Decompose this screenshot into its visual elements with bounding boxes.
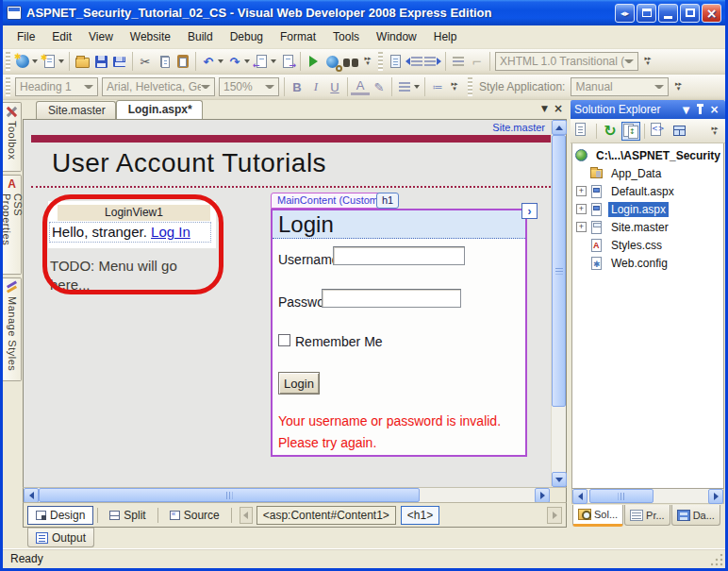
- close-button[interactable]: ×: [702, 4, 721, 23]
- font-family-dropdown[interactable]: Arial, Helvetica, Ge: [102, 77, 215, 96]
- nest-related-files-icon[interactable]: ↕: [621, 122, 640, 141]
- master-page-link[interactable]: Site.master: [492, 122, 545, 133]
- resize-grip[interactable]: [711, 554, 723, 566]
- list-format-icon[interactable]: [450, 53, 467, 70]
- scroll-thumb[interactable]: [552, 135, 566, 407]
- properties-icon[interactable]: [573, 122, 592, 141]
- add-item-dropdown[interactable]: [58, 59, 64, 63]
- maximize-button[interactable]: [680, 4, 700, 23]
- menu-window[interactable]: Window: [368, 27, 425, 46]
- sidebar-tab-manage-styles[interactable]: Manage Styles: [3, 277, 22, 381]
- tree-item-label[interactable]: Web.config: [608, 256, 670, 271]
- menu-view[interactable]: View: [80, 27, 122, 46]
- tag-navigator-forward-button[interactable]: [547, 507, 562, 524]
- toolbar-overflow-chevron[interactable]: ▸▸▾: [672, 82, 684, 92]
- view-code-icon[interactable]: <>: [649, 122, 668, 141]
- menu-website[interactable]: Website: [122, 27, 179, 46]
- increase-indent-icon[interactable]: [424, 53, 441, 70]
- underline-button[interactable]: U: [325, 77, 344, 96]
- menu-help[interactable]: Help: [425, 27, 466, 46]
- tree-item-label[interactable]: Styles.css: [608, 238, 665, 253]
- sidebar-tab-css-properties[interactable]: A CSS Properties: [3, 175, 22, 275]
- tab-login-aspx[interactable]: Login.aspx*: [116, 100, 203, 119]
- tab-properties[interactable]: Pr...: [624, 505, 670, 526]
- font-size-dropdown[interactable]: 150%: [219, 77, 279, 96]
- undo-icon[interactable]: ↶: [200, 53, 217, 70]
- tree-row-default-aspx[interactable]: + Default.aspx: [574, 182, 723, 200]
- h1-region-tab[interactable]: h1: [376, 193, 399, 209]
- navigate-back-dropdown[interactable]: [271, 59, 276, 63]
- new-website-dropdown[interactable]: [32, 59, 38, 63]
- close-document-icon[interactable]: ×: [554, 102, 563, 115]
- window-position-dropdown-icon[interactable]: ▼: [679, 103, 693, 117]
- tree-row-root[interactable]: C:\...\ASPNET_Security: [574, 146, 723, 164]
- bold-button[interactable]: B: [288, 77, 306, 96]
- toolbar-grip[interactable]: [6, 77, 10, 96]
- save-icon[interactable]: [92, 53, 109, 70]
- menu-format[interactable]: Format: [272, 27, 324, 46]
- breadcrumb-content-tag[interactable]: <asp:Content#Content1>: [256, 506, 396, 525]
- tree-item-label[interactable]: App_Data: [608, 166, 664, 181]
- save-all-icon[interactable]: [111, 53, 128, 70]
- tree-root-label[interactable]: C:\...\ASPNET_Security: [593, 148, 723, 163]
- new-website-icon[interactable]: ✱: [14, 53, 31, 70]
- copy-icon[interactable]: [156, 53, 173, 70]
- design-surface[interactable]: Site.master User Account Tutorials Login…: [24, 120, 551, 487]
- toolbar-overflow-chevron[interactable]: ▸▸▾: [642, 57, 654, 66]
- scroll-right-button[interactable]: [708, 489, 723, 504]
- expand-toggle[interactable]: +: [576, 186, 587, 196]
- window-mode-button[interactable]: [637, 4, 656, 23]
- scroll-left-button[interactable]: [24, 488, 39, 503]
- login-button[interactable]: Login: [278, 372, 320, 395]
- block-format-dropdown[interactable]: Heading 1: [15, 77, 98, 96]
- scroll-down-button[interactable]: [552, 472, 567, 487]
- smart-tag-button[interactable]: ›: [521, 203, 538, 219]
- document-outline-icon[interactable]: [387, 53, 404, 70]
- tag-navigator-back-button[interactable]: [240, 507, 253, 524]
- menu-debug[interactable]: Debug: [222, 27, 272, 46]
- undo-dropdown[interactable]: [218, 59, 223, 63]
- menu-build[interactable]: Build: [179, 27, 222, 46]
- solution-explorer-titlebar[interactable]: Solution Explorer ▼ ×: [571, 100, 725, 119]
- menu-edit[interactable]: Edit: [43, 27, 80, 46]
- scroll-up-button[interactable]: [552, 120, 567, 135]
- bullet-list-icon[interactable]: ≔: [429, 78, 446, 95]
- start-debug-icon[interactable]: [305, 53, 322, 70]
- schema-validation-dropdown[interactable]: XHTML 1.0 Transitional (: [495, 52, 638, 71]
- toolbar-overflow-chevron[interactable]: ▸▸▾: [449, 82, 460, 92]
- open-folder-icon[interactable]: [74, 53, 91, 70]
- content-region-tab[interactable]: MainContent (Custom): [271, 193, 389, 209]
- navigate-back-icon[interactable]: ←: [253, 53, 270, 70]
- output-tab[interactable]: Output: [27, 528, 94, 547]
- alignment-icon[interactable]: [396, 78, 413, 95]
- toolbar-overflow-chevron[interactable]: ▸▸▾: [362, 57, 373, 66]
- toolbar-grip[interactable]: [468, 77, 472, 96]
- toolbar-grip[interactable]: [378, 52, 383, 71]
- tree-row-appdata[interactable]: App_Data: [574, 164, 723, 182]
- toolbar-overflow-chevron[interactable]: ▸▸▾: [709, 126, 720, 136]
- solution-explorer-horizontal-scrollbar[interactable]: [571, 489, 724, 504]
- font-color-button[interactable]: A: [351, 78, 370, 95]
- menu-tools[interactable]: Tools: [324, 27, 368, 46]
- tab-database-explorer[interactable]: Da...: [671, 505, 720, 526]
- view-in-browser-icon[interactable]: [323, 53, 340, 70]
- cut-icon[interactable]: ✂: [137, 53, 154, 70]
- italic-button[interactable]: I: [306, 77, 325, 96]
- scroll-left-button[interactable]: [572, 489, 587, 504]
- tree-item-label-selected[interactable]: Login.aspx: [608, 202, 669, 217]
- find-in-files-icon[interactable]: [342, 53, 359, 70]
- username-input[interactable]: [333, 246, 465, 265]
- tab-site-master[interactable]: Site.master: [36, 101, 116, 119]
- expand-toggle[interactable]: +: [576, 204, 587, 214]
- tree-item-label[interactable]: Site.master: [608, 220, 671, 235]
- paste-icon[interactable]: [174, 53, 191, 70]
- view-designer-icon[interactable]: [670, 122, 688, 141]
- designer-horizontal-scrollbar[interactable]: [23, 487, 567, 502]
- tree-row-site-master[interactable]: + Site.master: [574, 218, 723, 236]
- designer-vertical-scrollbar[interactable]: [551, 120, 566, 487]
- close-panel-icon[interactable]: ×: [707, 103, 721, 117]
- alignment-dropdown[interactable]: [414, 85, 420, 89]
- highlight-button[interactable]: ✎: [370, 77, 389, 96]
- split-view-tab[interactable]: Split: [102, 506, 153, 525]
- dock-arrows-button[interactable]: ◂▸: [615, 4, 635, 23]
